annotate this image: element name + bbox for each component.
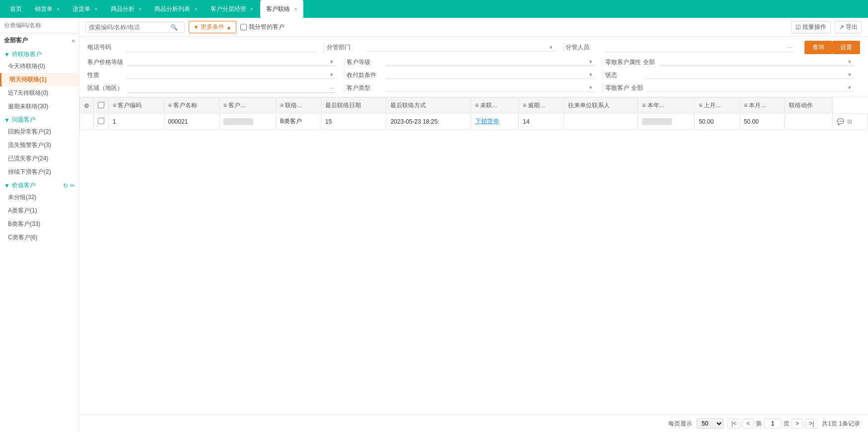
page-size-select[interactable]: 50 100 200 (696, 418, 723, 429)
page-label: 第 (756, 420, 762, 428)
filter-select-region[interactable]: ··· (127, 83, 336, 93)
filter-label-dept: 分管部门 (327, 43, 362, 52)
sidebar-item-declining[interactable]: 持续下滑客户(2) (0, 165, 79, 179)
last-page-button[interactable]: >| (805, 419, 818, 429)
chevron-down-icon: ▼ (847, 59, 852, 65)
first-page-button[interactable]: |< (727, 419, 740, 429)
filter-select-dept[interactable]: ▼ (365, 44, 556, 52)
page-size-label: 每页显示 (668, 420, 692, 428)
close-icon[interactable]: × (250, 6, 253, 12)
close-icon[interactable]: × (94, 6, 97, 12)
my-customer-checkbox-area[interactable]: 我分管的客户 (240, 23, 285, 31)
col-header-last-date[interactable]: 最后联络日期 (321, 98, 386, 114)
filter-cell-nature: 性质 ▼ (87, 71, 342, 79)
close-icon[interactable]: × (139, 6, 142, 12)
close-icon[interactable]: × (194, 6, 197, 12)
filter-cell-customer-type: 客户类型 ▼ (347, 84, 601, 92)
filter-select-customer-level[interactable]: ▼ (385, 58, 595, 66)
filter-select-status[interactable]: ▼ (644, 71, 854, 79)
filter-select-retail-customer[interactable]: ▼ (647, 84, 854, 92)
nav-product-analysis-list[interactable]: 商品分析列表 × (148, 0, 203, 18)
col-header-code[interactable]: ≡ 客户编码 (109, 98, 164, 114)
col-header-name[interactable]: ≡ 客户名称 (164, 98, 219, 114)
col-header-last-month[interactable]: ≡ 上月... (695, 98, 740, 114)
dots-icon: ··· (329, 84, 334, 91)
sidebar: 🔍 全部客户 « ▼ 待联络客户 今天待联络(0) 明天待联络(1) 近7天待联… (0, 18, 79, 432)
more-filter-button[interactable]: ▼ 更多条件 ▲ (189, 21, 236, 33)
search-box[interactable]: 🔍 (85, 22, 185, 33)
filter-select-retail-attr[interactable]: ▼ (659, 58, 854, 66)
reset-button[interactable]: 设置 (832, 41, 860, 54)
col-header-checkbox[interactable] (94, 98, 109, 114)
filter-cell-region: 区域（地区） ··· (87, 83, 342, 93)
col-header-last-method[interactable]: 最后联络方式 (386, 98, 471, 114)
nav-customer-contact[interactable]: 客户联络 × (260, 0, 303, 18)
query-button[interactable]: 查询 (804, 41, 832, 54)
filter-label-manager: 分管人员 (566, 43, 600, 52)
filter-cell-payment: 收付款条件 ▼ (347, 71, 601, 79)
close-icon[interactable]: × (57, 6, 60, 12)
filter-select-nature[interactable]: ▼ (126, 71, 336, 79)
sidebar-all-customers[interactable]: 全部客户 « (0, 33, 79, 48)
col-header-overdue[interactable]: ≡ 逾期... (518, 98, 564, 114)
message-icon[interactable]: 💬 (837, 118, 844, 125)
col-header-contacts[interactable]: ≡ 联络... (276, 98, 321, 114)
grid-icon[interactable]: ⊞ (847, 118, 852, 125)
col-header-this-month[interactable]: ≡ 本月... (739, 98, 785, 114)
row-last-method[interactable]: 下销货单 (471, 114, 518, 130)
col-header-no-contact[interactable]: ≡ 未联... (471, 98, 518, 114)
filter-select-price-level[interactable]: ▼ (127, 58, 336, 66)
chevron-up-icon: ▲ (226, 24, 232, 31)
nav-sales-order[interactable]: 销货单 × (29, 0, 66, 18)
sidebar-item-repurchase-abnormal[interactable]: 回购异常客户(2) (0, 125, 79, 139)
nav-purchase-order[interactable]: 进货单 × (67, 0, 103, 18)
page-input[interactable] (764, 419, 782, 429)
filter-input-phone[interactable] (126, 43, 316, 52)
col-header-settings[interactable]: ⚙ (80, 98, 94, 114)
sidebar-item-churn-warning[interactable]: 流失预警客户(3) (0, 139, 79, 152)
sidebar-item-churned[interactable]: 已流失客户(24) (0, 152, 79, 165)
action-icons: 💬 ⊞ (837, 118, 864, 125)
sidebar-item-ungrouped[interactable]: 未分组(32) (0, 191, 79, 204)
filter-select-customer-type[interactable]: ▼ (385, 84, 595, 92)
search-icon[interactable]: 🔍 (170, 24, 178, 31)
sidebar-item-class-a[interactable]: A类客户(1) (0, 204, 79, 217)
sidebar-item-class-c[interactable]: C类客户(6) (0, 231, 79, 244)
col-header-this-year[interactable]: ≡ 本年... (638, 98, 695, 114)
sidebar-item-7days-pending[interactable]: 近7天待联络(0) (0, 86, 79, 100)
my-customer-checkbox[interactable] (240, 24, 247, 30)
select-all-checkbox[interactable] (98, 102, 104, 108)
export-button[interactable]: ↗ 导出 (835, 21, 862, 33)
close-icon[interactable]: × (294, 6, 297, 12)
batch-op-button[interactable]: ☑ 批量操作 (791, 21, 831, 33)
total-records: 共1页 1条记录 (822, 420, 860, 428)
filter-cell-dept: 分管部门 ▼ (327, 43, 562, 52)
nav-home[interactable]: 首页 (4, 0, 28, 18)
next-page-button[interactable]: > (792, 419, 803, 429)
filter-label-status: 状态 (605, 71, 640, 79)
filter-label-payment: 收付款条件 (347, 71, 381, 79)
sidebar-item-overdue-pending[interactable]: 逾期未联络(30) (0, 100, 79, 113)
filter-label-phone: 电话号码 (87, 43, 122, 52)
prev-page-button[interactable]: < (742, 419, 754, 429)
sidebar-group-pending: ▼ 待联络客户 (0, 48, 79, 60)
sidebar-search-input[interactable] (4, 22, 78, 29)
filter-row-1: 电话号码 分管部门 ▼ 分管人员 ··· (87, 41, 860, 54)
col-header-contact-person[interactable]: 往来单位联系人 (564, 98, 638, 114)
row-checkbox-cell[interactable] (94, 114, 109, 130)
col-header-type[interactable]: ≡ 客户... (219, 98, 276, 114)
table-area: ⚙ ≡ 客户编码 ≡ 客户名称 ≡ 客户... ≡ 联络... 最后联络日期 最… (79, 97, 868, 415)
toolbar: 🔍 ▼ 更多条件 ▲ 我分管的客户 ☑ 批量操作 ↗ 导出 (79, 18, 868, 37)
sidebar-item-class-b[interactable]: B类客户(33) (0, 217, 79, 231)
filter-select-payment[interactable]: ▼ (385, 71, 595, 79)
nav-customer-tiering[interactable]: 客户分层经营 × (205, 0, 259, 18)
filter-select-manager[interactable]: ··· (604, 43, 795, 52)
sidebar-item-tomorrow-pending[interactable]: 明天待联络(1) (0, 73, 79, 86)
nav-product-analysis[interactable]: 商品分析 × (105, 0, 147, 18)
sidebar-item-today-pending[interactable]: 今天待联络(0) (0, 60, 79, 73)
row-contacts: 15 (321, 114, 386, 130)
filter-cell-phone: 电话号码 (87, 43, 322, 52)
row-checkbox[interactable] (98, 118, 104, 124)
table-header-row: ⚙ ≡ 客户编码 ≡ 客户名称 ≡ 客户... ≡ 联络... 最后联络日期 最… (80, 98, 868, 114)
search-input[interactable] (89, 24, 168, 31)
